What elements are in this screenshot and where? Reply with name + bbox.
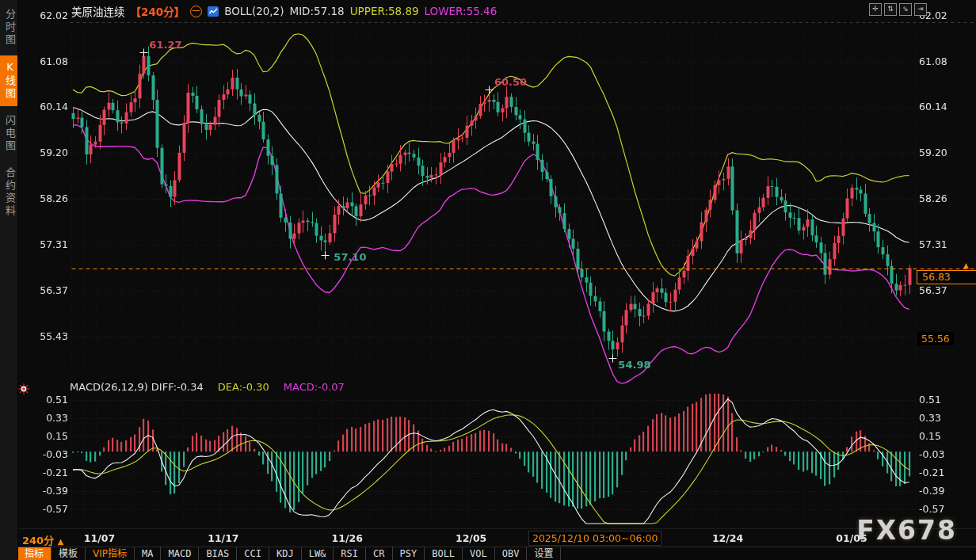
chart-header: 美原油连续 【240分】 BOLL(20,2) MID:57.18 UPPER:… <box>71 2 497 20</box>
macd-label-right: -0.57 <box>919 503 944 515</box>
indicator-name: BOLL(20,2) <box>224 5 284 17</box>
macd-label-right: -0.21 <box>919 467 944 478</box>
chart-window: 分时图K线图闪电图合约资料 美原油连续 【240分】 BOLL(20,2) MI… <box>0 0 976 560</box>
macd-label-left: -0.39 <box>19 485 68 497</box>
macd-header: MACD(26,12,9) DIFF:-0.34 DEA:-0.30 MACD:… <box>70 381 345 393</box>
macd-label-left: 0.51 <box>19 394 68 406</box>
toolbar-item-KDJ[interactable]: KDJ <box>269 547 302 560</box>
price-label-right: 61.08 <box>919 55 947 67</box>
toolbar-item-MACD[interactable]: MACD <box>161 547 199 560</box>
price-label-right: 56.37 <box>919 284 947 296</box>
toolbar-item-OBV[interactable]: OBV <box>495 547 528 560</box>
bottom-toolbar: 指标模板VIP指标MAMACDBIASCCIKDJLW&RSICRPSYBOLL… <box>17 547 976 560</box>
left-sidebar: 分时图K线图闪电图合约资料 <box>0 0 18 560</box>
date-tick: 12/05 <box>448 532 495 544</box>
macd-label-right: -0.03 <box>919 448 944 460</box>
macd-label-left: -0.57 <box>19 503 68 515</box>
date-tick: 12/24 <box>704 532 752 544</box>
toolbar-item-MA[interactable]: MA <box>135 547 161 560</box>
date-tick: 11/26 <box>323 532 371 544</box>
macd-label-right: 0.33 <box>919 412 941 424</box>
toolbar-item-BIAS[interactable]: BIAS <box>199 547 237 560</box>
macd-params-diff: MACD(26,12,9) DIFF:-0.34 <box>70 381 204 393</box>
price-label-left: 60.14 <box>19 101 68 112</box>
price-annotation: 60.50 <box>494 76 527 88</box>
period-selector[interactable]: 240分 ▲ <box>22 532 63 547</box>
timeline-bar: 240分 ▲ 11/0711/1711/2612/0512/2401/05202… <box>17 528 976 547</box>
toolbar-item-VIP指标[interactable]: VIP指标 <box>86 547 135 560</box>
toolbar-item-PSY[interactable]: PSY <box>393 547 425 560</box>
selected-bar-datetime: 2025/12/10 03:00~06:00 三 <box>528 531 661 546</box>
window-controls: ✛⇅⇘⇥ <box>869 3 927 16</box>
macd-label-left: -0.21 <box>19 467 68 478</box>
lower-band-tag: 55.56 <box>917 332 954 345</box>
toolbar-item-模板[interactable]: 模板 <box>51 547 86 560</box>
watermark: FX678 <box>856 515 957 546</box>
toolbar-item-指标[interactable]: 指标 <box>17 547 51 560</box>
toolbar-item-VOL[interactable]: VOL <box>463 547 495 560</box>
toolbar-item-LW&[interactable]: LW& <box>302 547 334 560</box>
macd-label-right: 0.15 <box>919 430 941 442</box>
toolbar-item-CR[interactable]: CR <box>366 547 392 560</box>
sidebar-tab-0[interactable]: 分时图 <box>0 3 17 52</box>
macd-label-left: -0.03 <box>19 448 68 460</box>
price-label-right: 57.31 <box>919 238 947 250</box>
boll-mid-value: MID:57.18 <box>289 5 344 17</box>
price-up-arrow-icon: ▲ <box>963 261 969 269</box>
toolbar-item-BOLL[interactable]: BOLL <box>425 547 463 560</box>
zoom-corner-icon[interactable]: ⇘ <box>899 3 912 16</box>
price-annotation: 54.98 <box>618 359 650 371</box>
chart-canvas[interactable] <box>0 0 976 560</box>
boll-lower-value: LOWER:55.46 <box>425 5 498 17</box>
macd-label-right: 0.51 <box>919 394 941 406</box>
indicator-live-icon[interactable] <box>18 383 29 394</box>
sidebar-tab-3[interactable]: 合约资料 <box>0 162 17 223</box>
price-annotation: 57.10 <box>334 251 366 263</box>
current-price-tag: 56.83 <box>917 270 976 284</box>
macd-dea-value: DEA:-0.30 <box>218 381 269 393</box>
price-label-left: 58.26 <box>19 192 68 204</box>
price-label-left: 55.43 <box>19 330 68 342</box>
price-label-left: 59.20 <box>19 147 68 158</box>
chart-type-icon[interactable] <box>208 6 219 17</box>
toolbar-item-设置[interactable]: 设置 <box>527 547 561 560</box>
macd-label-left: 0.33 <box>19 412 68 424</box>
toolbar-item-CCI[interactable]: CCI <box>237 547 269 560</box>
toolbar-item-RSI[interactable]: RSI <box>334 547 366 560</box>
price-label-left: 61.08 <box>19 55 68 67</box>
price-label-right: 58.26 <box>919 192 947 204</box>
macd-hist-value: MACD:-0.07 <box>284 381 345 393</box>
collapse-icon[interactable] <box>190 6 202 17</box>
price-label-right: 60.14 <box>919 101 947 112</box>
price-label-left: 62.02 <box>19 10 68 21</box>
macd-label-left: 0.15 <box>19 430 68 442</box>
date-tick: 11/07 <box>76 532 124 544</box>
zoom-vertical-icon[interactable]: ⇅ <box>884 3 897 16</box>
price-label-right: 59.20 <box>919 147 947 158</box>
sidebar-tab-1[interactable]: K线图 <box>0 55 17 106</box>
price-label-left: 56.37 <box>19 284 68 296</box>
boll-upper-value: UPPER:58.89 <box>350 5 419 17</box>
macd-label-right: -0.39 <box>919 485 944 497</box>
date-tick: 11/17 <box>200 532 247 544</box>
period-label[interactable]: 【240分】 <box>131 3 185 19</box>
symbol-title: 美原油连续 <box>71 3 125 19</box>
sidebar-tab-2[interactable]: 闪电图 <box>0 109 17 158</box>
move-icon[interactable]: ✛ <box>869 3 882 16</box>
pan-right-icon[interactable]: ⇥ <box>914 3 927 16</box>
price-label-left: 57.31 <box>19 238 68 250</box>
price-annotation: 61.27 <box>149 39 181 51</box>
